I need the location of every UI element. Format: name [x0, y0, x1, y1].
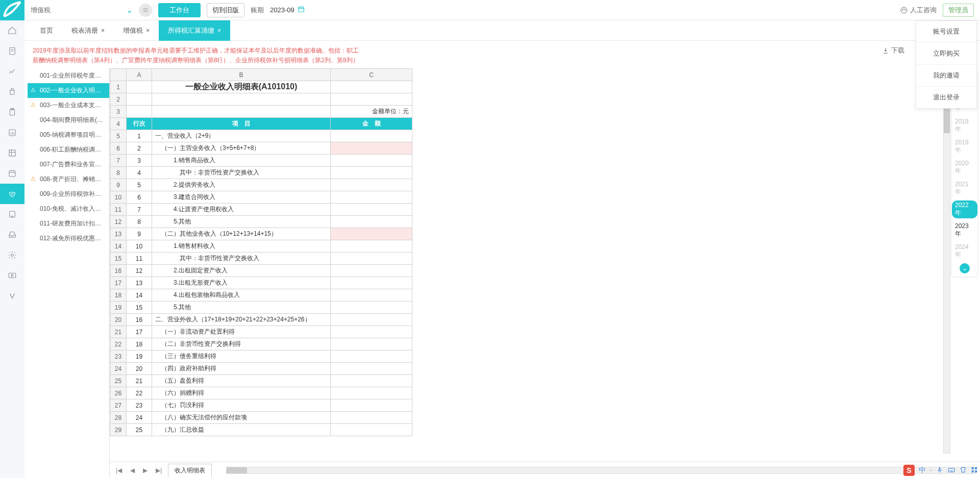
form-list-item-8[interactable]: 009-企业所得税弥补亏损明... [28, 187, 109, 202]
row-num-cell[interactable]: 7 [127, 204, 152, 216]
nav-form-icon[interactable] [0, 143, 24, 163]
vertical-scrollbar[interactable] [943, 71, 950, 454]
nav-home-icon[interactable] [0, 20, 24, 41]
admin-menu-item-1[interactable]: 立即购买 [916, 43, 976, 65]
row-header[interactable]: 20 [110, 314, 127, 326]
amount-cell[interactable] [331, 179, 412, 191]
close-icon[interactable]: × [217, 27, 221, 34]
row-header[interactable]: 22 [110, 338, 127, 350]
amount-cell[interactable] [331, 338, 412, 350]
form-list-item-6[interactable]: 007-广告费和业务宣传费跨... [28, 157, 109, 172]
col-header-A[interactable]: A [127, 69, 152, 81]
amount-cell[interactable] [331, 289, 412, 301]
nav-report-icon[interactable] [0, 122, 24, 143]
row-num-cell[interactable]: 4 [127, 167, 152, 179]
row-desc-cell[interactable]: （一）非流动资产处置利得 [152, 326, 331, 338]
amount-cell[interactable] [331, 253, 412, 265]
row-desc-cell[interactable]: 其中：非货币性资产交换收入 [152, 167, 331, 179]
admin-menu-item-2[interactable]: 我的邀请 [916, 65, 976, 87]
row-header[interactable]: 6 [110, 142, 127, 155]
row-desc-cell[interactable]: 5.其他 [152, 301, 331, 314]
row-header[interactable]: 21 [110, 326, 127, 338]
amount-cell[interactable] [331, 204, 412, 216]
form-list-item-2[interactable]: ⚠003-一般企业成本支出明细... [28, 98, 109, 113]
row-desc-cell[interactable]: （二）其他业务收入（10+12+13+14+15） [152, 228, 331, 240]
amount-cell[interactable] [331, 375, 412, 387]
ime-keyboard-icon[interactable] [947, 466, 955, 475]
row-num-cell[interactable]: 16 [127, 314, 152, 326]
nav-chart-icon[interactable] [0, 61, 24, 82]
row-header[interactable]: 23 [110, 350, 127, 363]
menu-round-button[interactable] [139, 4, 152, 17]
amount-cell[interactable] [331, 387, 412, 399]
amount-cell[interactable] [331, 363, 412, 375]
row-num-cell[interactable]: 15 [127, 301, 152, 314]
amount-cell[interactable] [331, 167, 412, 179]
consult-link[interactable]: 人工咨询 [900, 6, 937, 15]
tab-1[interactable]: 税表清册× [62, 20, 114, 41]
sheet-grid[interactable]: ABC1一般企业收入明细表(A101010)23金额单位：元4行次项 目金 额5… [110, 68, 980, 462]
row-num-cell[interactable]: 8 [127, 216, 152, 228]
amount-cell[interactable] [331, 130, 412, 142]
row-num-cell[interactable]: 1 [127, 130, 152, 142]
form-list-item-3[interactable]: 004-期间费用明细表(A1040... [28, 113, 109, 128]
row-desc-cell[interactable]: （七）罚没利得 [152, 399, 331, 412]
row-desc-cell[interactable]: 4.让渡资产使用权收入 [152, 204, 331, 216]
nav-v-icon[interactable] [0, 286, 24, 306]
form-list-item-10[interactable]: 011-研发费用加计扣除优惠... [28, 216, 109, 231]
row-num-cell[interactable]: 23 [127, 399, 152, 412]
amount-cell[interactable] [331, 424, 412, 436]
col-header-C[interactable]: C [331, 69, 412, 81]
close-icon[interactable]: × [101, 27, 105, 34]
row-header[interactable]: 15 [110, 253, 127, 265]
row-header[interactable]: 18 [110, 289, 127, 301]
form-list-item-11[interactable]: 012-减免所得税优惠明细表(... [28, 231, 109, 246]
row-num-cell[interactable]: 13 [127, 277, 152, 289]
amount-cell[interactable] [331, 412, 412, 424]
row-num-cell[interactable]: 18 [127, 338, 152, 350]
row-desc-cell[interactable]: 二、营业外收入（17+18+19+20+21+22+23+24+25+26） [152, 314, 331, 326]
sheet-prev-icon[interactable]: ◀ [128, 467, 137, 474]
row-num-cell[interactable]: 24 [127, 412, 152, 424]
row-num-cell[interactable]: 12 [127, 265, 152, 277]
row-desc-cell[interactable]: （九）汇总收益 [152, 424, 331, 436]
close-icon[interactable]: × [146, 27, 150, 34]
amount-cell[interactable] [331, 350, 412, 363]
sheet-corner[interactable] [110, 69, 127, 81]
row-header[interactable]: 25 [110, 375, 127, 387]
sheet-last-icon[interactable]: ▶| [154, 467, 164, 474]
admin-menu-item-0[interactable]: 账号设置 [916, 21, 976, 43]
company-selector[interactable]: 增值税 ⌄ [31, 5, 133, 15]
ime-logo[interactable]: S [903, 465, 915, 476]
row-header[interactable]: 12 [110, 216, 127, 228]
horizontal-scrollbar[interactable] [226, 467, 976, 474]
row-header[interactable]: 8 [110, 167, 127, 179]
sheet-tab[interactable]: 收入明细表 [168, 464, 212, 477]
amount-cell[interactable] [331, 191, 412, 204]
nav-inbox-icon[interactable] [0, 224, 24, 245]
row-header[interactable]: 13 [110, 228, 127, 240]
ime-punct[interactable]: ‧ [930, 466, 932, 474]
row-header[interactable]: 29 [110, 424, 127, 436]
form-list-item-0[interactable]: 001-企业所得税年度纳税申... [28, 68, 109, 83]
row-desc-cell[interactable]: （三）债务重组利得 [152, 350, 331, 363]
row-desc-cell[interactable]: （四）政府补助利得 [152, 363, 331, 375]
row-desc-cell[interactable]: 2.提供劳务收入 [152, 179, 331, 191]
row-num-cell[interactable]: 9 [127, 228, 152, 240]
row-num-cell[interactable]: 14 [127, 289, 152, 301]
year-more-icon[interactable]: ⌄ [960, 263, 970, 273]
form-list-item-7[interactable]: ⚠008-资产折旧、摊销及纳税... [28, 172, 109, 187]
form-list-item-1[interactable]: ⚠002-一般企业收入明细表(A1... [28, 83, 109, 98]
row-desc-cell[interactable]: 5.其他 [152, 216, 331, 228]
workbench-button[interactable]: 工作台 [158, 3, 201, 17]
ime-mic-icon[interactable] [936, 466, 943, 475]
row-desc-cell[interactable]: 1.销售商品收入 [152, 155, 331, 167]
row-desc-cell[interactable]: 4.出租包装物和商品收入 [152, 289, 331, 301]
row-num-cell[interactable]: 5 [127, 179, 152, 191]
row-desc-cell[interactable]: 2.出租固定资产收入 [152, 265, 331, 277]
amount-cell[interactable] [331, 314, 412, 326]
row-num-cell[interactable]: 3 [127, 155, 152, 167]
form-list-item-4[interactable]: 005-纳税调整项目明细表(A1... [28, 128, 109, 142]
row-desc-cell[interactable]: 1.销售材料收入 [152, 240, 331, 253]
admin-menu-item-3[interactable]: 退出登录 [916, 87, 976, 108]
